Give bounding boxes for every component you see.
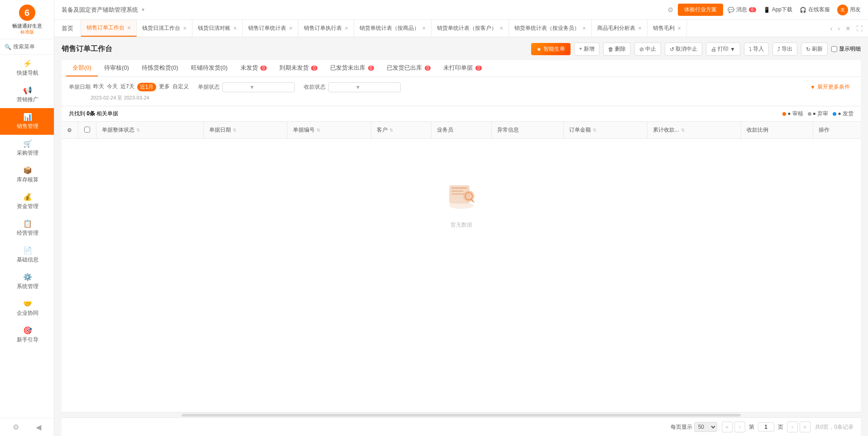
tab-sales-summary-customer[interactable]: 销货单统计表（按客户） ✕	[432, 20, 509, 37]
sidebar-logo: 6 畅捷通好生意 标准版	[0, 0, 54, 39]
select-all-checkbox[interactable]	[84, 127, 90, 133]
settings-gear-icon[interactable]: ⚙	[667, 6, 673, 14]
app-title-dropdown-icon[interactable]: ▼	[141, 7, 145, 12]
sidebar-item-quick-nav[interactable]: ⚡ 快捷导航	[0, 55, 54, 81]
last-page-button[interactable]: »	[800, 422, 810, 432]
tab-close-icon[interactable]: ✕	[345, 26, 348, 31]
delete-button[interactable]: 🗑 删除	[603, 43, 631, 56]
tab-close-icon[interactable]: ✕	[127, 25, 131, 30]
filter-tab-shipped-out[interactable]: 已发货已出库 0	[380, 60, 437, 76]
tab-close-icon[interactable]: ✕	[499, 26, 503, 31]
sidebar-item-operation[interactable]: 📋 经营管理	[0, 215, 54, 242]
first-page-button[interactable]: «	[722, 422, 733, 432]
status-sort-button[interactable]: 单据整体状态 ⇅	[102, 126, 198, 134]
import-button[interactable]: ⤵ 导入	[744, 43, 769, 56]
tab-home[interactable]: 首页	[54, 20, 81, 37]
suspend-button[interactable]: ⊘ 中止	[634, 43, 661, 56]
tab-fullscreen-button[interactable]: ⛶	[854, 24, 864, 33]
amount-sort-button[interactable]: 订单金额 ⇅	[569, 126, 642, 134]
tab-close-icon[interactable]: ✕	[582, 26, 586, 31]
number-sort-button[interactable]: 单据编号 ⇅	[293, 126, 365, 134]
experience-button[interactable]: 体验行业方案	[678, 4, 723, 16]
anti-review-action-button[interactable]: ● 弃审	[808, 110, 829, 118]
tab-close-icon[interactable]: ✕	[289, 26, 293, 31]
date-today[interactable]: 今天	[107, 83, 118, 91]
sidebar-item-enterprise[interactable]: 🤝 企业协同	[0, 295, 54, 322]
tab-close-icon[interactable]: ✕	[677, 26, 681, 31]
sidebar-item-sales[interactable]: 📊 销售管理	[0, 108, 54, 135]
date-sort-button[interactable]: 单据日期 ⇅	[209, 126, 282, 134]
sidebar-item-purchase[interactable]: 🛒 采购管理	[0, 135, 54, 161]
date-custom[interactable]: 自定义	[173, 83, 189, 91]
show-detail-checkbox[interactable]	[831, 46, 837, 52]
print-button[interactable]: 🖨 打印 ▼	[706, 43, 740, 56]
filter-tab-pending-inspect[interactable]: 待拣货检货(0)	[135, 60, 185, 76]
prev-page-button[interactable]: ‹	[734, 422, 745, 432]
tab-close-icon[interactable]: ✕	[183, 26, 187, 31]
tab-sales-summary-product[interactable]: 销货单统计表（按商品） ✕	[354, 20, 432, 37]
sidebar-item-guide[interactable]: 🎯 新手引导	[0, 322, 54, 348]
tab-close-all-button[interactable]: ✕	[844, 24, 853, 33]
filter-tab-all[interactable]: 全部(0)	[66, 60, 98, 76]
sidebar-item-marketing[interactable]: 📢 营销推广	[0, 81, 54, 108]
svg-rect-2	[451, 187, 467, 189]
search-menu-item[interactable]: 🔍 搜索菜单	[0, 39, 54, 55]
collected-sort-button[interactable]: 累计收款... ⇅	[653, 126, 735, 134]
tab-sales-stats[interactable]: 销售订单统计表 ✕	[243, 20, 298, 37]
review-action-button[interactable]: ● 审核	[782, 110, 803, 118]
date-1month[interactable]: 近1月	[137, 83, 157, 91]
show-detail-checkbox-label[interactable]: 显示明细	[831, 45, 861, 53]
tab-cash-reconcile[interactable]: 钱货日清对账 ✕	[192, 20, 243, 37]
ai-generate-button[interactable]: ★ 智能生单	[531, 43, 571, 55]
filter-tab-shipped-not-out[interactable]: 已发货未出库 0	[324, 60, 380, 76]
tab-sales-workbench[interactable]: 销售订单工作台 ✕	[81, 20, 137, 37]
tab-sales-profit[interactable]: 销售毛利 ✕	[647, 20, 687, 37]
column-settings-icon[interactable]: ⚙	[67, 127, 72, 133]
date-more[interactable]: 更多	[159, 83, 170, 91]
tab-close-icon[interactable]: ✕	[233, 26, 237, 31]
online-service-button[interactable]: 🎧 在线客服	[800, 6, 830, 14]
sidebar-bottom: ⚙ ◀	[0, 418, 54, 436]
expand-filters-button[interactable]: ▼ 展开更多条件	[806, 81, 854, 93]
sidebar-item-system[interactable]: ⚙️ 系统管理	[0, 268, 54, 295]
messages-button[interactable]: 💬 消息 6	[728, 6, 756, 14]
date-7days[interactable]: 近7天	[120, 83, 134, 91]
results-suffix: 相关单据	[96, 110, 118, 117]
not-shipped-badge: 0	[260, 66, 267, 71]
status-select[interactable]: ▼	[222, 82, 295, 92]
filter-tab-pending-review[interactable]: 待审核(0)	[98, 60, 135, 76]
user-menu[interactable]: 友 用友	[837, 5, 861, 15]
filter-tab-not-shipped[interactable]: 未发货 0	[234, 60, 273, 76]
page-number-input[interactable]	[758, 422, 774, 431]
sidebar-item-finance[interactable]: 💰 资金管理	[0, 188, 54, 215]
tab-sales-summary-staff[interactable]: 销货单统计表（按业务员） ✕	[509, 20, 592, 37]
tab-cash-daily[interactable]: 钱货日清工作台 ✕	[137, 20, 192, 37]
filter-tab-overdue[interactable]: 到期未发货 0	[273, 60, 324, 76]
tab-close-icon[interactable]: ✕	[422, 26, 426, 31]
add-button[interactable]: + 新增	[574, 43, 599, 56]
tab-close-icon[interactable]: ✕	[638, 26, 642, 31]
tab-sales-exec[interactable]: 销售订单执行表 ✕	[298, 20, 354, 37]
col-checkbox	[78, 122, 96, 139]
sidebar-item-inventory[interactable]: 📦 库存核算	[0, 161, 54, 188]
customer-sort-button[interactable]: 客户 ⇅	[377, 126, 426, 134]
settings-bottom-icon[interactable]: ⚙	[13, 423, 19, 431]
tab-gross-profit[interactable]: 商品毛利分析表 ✕	[592, 20, 647, 37]
horizontal-scrollbar[interactable]	[182, 414, 741, 417]
date-yesterday[interactable]: 昨天	[93, 83, 104, 91]
payment-select[interactable]: ▼	[328, 82, 401, 92]
page-size-select[interactable]: 20 50 100	[694, 422, 717, 432]
cancel-suspend-button[interactable]: ↺ 取消中止	[665, 43, 702, 56]
sidebar-item-basic[interactable]: 📄 基础信息	[0, 242, 54, 268]
tab-prev-button[interactable]: ‹	[829, 24, 834, 33]
next-page-button[interactable]: ›	[787, 422, 798, 432]
refresh-button[interactable]: ↻ 刷新	[801, 43, 828, 56]
ship-action-button[interactable]: ● 发货	[833, 110, 854, 118]
filter-tab-wangpu[interactable]: 旺铺待发货(0)	[185, 60, 234, 76]
export-button[interactable]: ⤴ 导出	[772, 43, 797, 56]
collapse-icon[interactable]: ◀	[36, 423, 41, 431]
filter-tab-not-printed[interactable]: 未打印单据 0	[437, 60, 488, 76]
tab-next-button[interactable]: ›	[836, 24, 842, 33]
app-download-button[interactable]: 📱 App下载	[763, 6, 792, 14]
ai-btn-label: 智能生单	[543, 45, 565, 53]
